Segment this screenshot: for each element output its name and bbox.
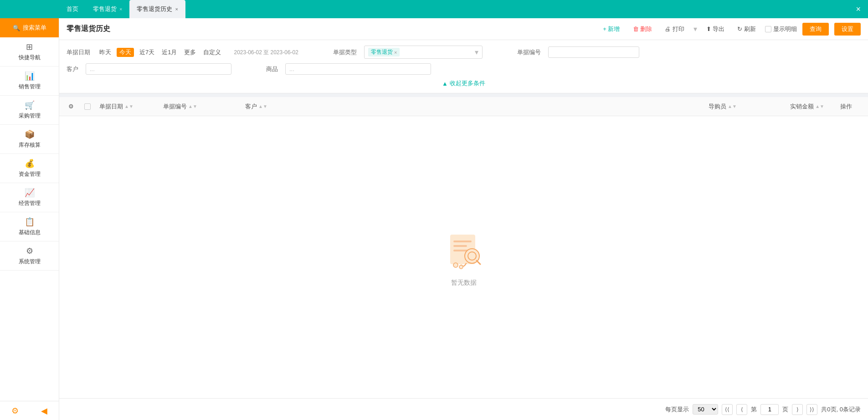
sidebar-item-system[interactable]: ⚙ 系统管理 xyxy=(0,241,59,271)
date-opt-custom[interactable]: 自定义 xyxy=(201,48,223,57)
sidebar: 🔍 搜索菜单 ⊞ 快捷导航 📊 销售管理 🛒 采购管理 📦 库存核算 💰 资金管… xyxy=(0,18,59,420)
delete-button[interactable]: 🗑 删除 xyxy=(629,23,656,35)
svg-rect-2 xyxy=(453,245,467,247)
date-opt-yesterday[interactable]: 昨天 xyxy=(98,48,113,57)
th-date[interactable]: 单据日期 ▲▼ xyxy=(96,102,159,111)
table-area: ⚙ 单据日期 ▲▼ 单据编号 ▲▼ 客户 ▲▼ 导购员 ▲▼ 实销金额 xyxy=(59,97,868,420)
date-opt-today[interactable]: 今天 xyxy=(117,48,134,57)
type-dropdown-arrow: ▾ xyxy=(475,48,478,56)
empty-state: 暂无数据 xyxy=(59,116,868,398)
close-all-tabs[interactable]: × xyxy=(856,5,861,14)
guide-sort-icon: ▲▼ xyxy=(728,105,737,108)
number-sort-icon: ▲▼ xyxy=(188,105,197,108)
collapse-filter-button[interactable]: ▲ 收起更多条件 xyxy=(442,79,485,87)
filter-row-date: 单据日期 昨天 今天 近7天 近1月 更多 自定义 2023-06-02 至 2… xyxy=(67,46,861,59)
page-last-btn[interactable]: ⟩⟩ xyxy=(806,404,817,415)
svg-point-8 xyxy=(459,265,463,269)
customer-ellipsis: ... xyxy=(90,66,95,72)
show-detail-checkbox[interactable] xyxy=(765,26,771,32)
print-dropdown-icon[interactable]: ▾ xyxy=(693,25,697,33)
basic-info-icon: 📋 xyxy=(25,217,35,227)
tab-home[interactable]: 首页 xyxy=(59,0,86,18)
sidebar-item-basic-info[interactable]: 📋 基础信息 xyxy=(0,212,59,241)
tab-retail-return-history[interactable]: 零售退货历史 × xyxy=(129,0,185,18)
settings-button[interactable]: 设置 xyxy=(834,23,861,36)
top-nav: 首页 零售退货 × 零售退货历史 × × xyxy=(0,0,868,18)
collapse-icon: ▲ xyxy=(442,80,448,87)
svg-point-7 xyxy=(453,263,458,267)
sidebar-item-sales[interactable]: 📊 销售管理 xyxy=(0,67,59,96)
goods-filter-select[interactable]: ... xyxy=(285,63,431,75)
th-guide[interactable]: 导购员 ▲▼ xyxy=(705,102,773,111)
page-size-select[interactable]: 50 100 200 xyxy=(693,404,718,415)
main-content: 零售退货历史 + 新增 🗑 删除 🖨 打印 ▾ ⬆ 导出 ↻ 刷新 显示明细 查… xyxy=(59,18,868,420)
date-options: 昨天 今天 近7天 近1月 更多 自定义 xyxy=(98,48,223,57)
export-button[interactable]: ⬆ 导出 xyxy=(703,23,729,35)
inventory-icon: 📦 xyxy=(25,129,35,139)
th-check[interactable] xyxy=(79,103,96,110)
date-sort-icon: ▲▼ xyxy=(124,105,134,108)
date-opt-1month[interactable]: 近1月 xyxy=(160,48,179,57)
page-prev-btn[interactable]: ⟨ xyxy=(736,404,747,415)
system-icon: ⚙ xyxy=(26,246,33,256)
svg-rect-1 xyxy=(453,241,472,242)
query-button[interactable]: 查询 xyxy=(802,23,829,36)
th-settings[interactable]: ⚙ xyxy=(63,103,79,110)
page-first-btn[interactable]: ⟨⟨ xyxy=(722,404,733,415)
th-number[interactable]: 单据编号 ▲▼ xyxy=(159,102,241,111)
filter-row-customer: 客户 ... 商品 ... xyxy=(67,63,861,75)
empty-text: 暂无数据 xyxy=(451,279,477,287)
sidebar-item-operations[interactable]: 📈 经营管理 xyxy=(0,183,59,212)
settings-column-icon[interactable]: ⚙ xyxy=(68,103,74,110)
svg-line-6 xyxy=(477,261,480,264)
quicknav-icon: ⊞ xyxy=(26,42,33,52)
date-opt-7days[interactable]: 近7天 xyxy=(138,48,156,57)
tab-retail-return[interactable]: 零售退货 × xyxy=(86,0,129,18)
page-title: 零售退货历史 xyxy=(67,24,110,34)
date-range-display: 2023-06-02 至 2023-06-02 xyxy=(234,49,298,56)
page-next-btn[interactable]: ⟩ xyxy=(792,404,803,415)
page-input[interactable] xyxy=(760,404,779,415)
type-tag: 零售退货 × xyxy=(368,48,400,56)
settings-bottom-icon[interactable]: ⚙ xyxy=(11,406,19,416)
number-filter-label: 单据编号 xyxy=(517,48,541,56)
header-actions: + 新增 🗑 删除 🖨 打印 ▾ ⬆ 导出 ↻ 刷新 显示明细 查询 设置 xyxy=(599,23,861,36)
purchase-icon: 🛒 xyxy=(25,100,35,110)
finance-icon: 💰 xyxy=(25,159,35,169)
new-button[interactable]: + 新增 xyxy=(599,23,623,35)
date-opt-more[interactable]: 更多 xyxy=(182,48,198,57)
sidebar-item-finance[interactable]: 💰 资金管理 xyxy=(0,154,59,183)
number-filter-input[interactable] xyxy=(548,46,639,58)
sidebar-item-purchase[interactable]: 🛒 采购管理 xyxy=(0,96,59,125)
table-header: ⚙ 单据日期 ▲▼ 单据编号 ▲▼ 客户 ▲▼ 导购员 ▲▼ 实销金额 xyxy=(59,97,868,116)
filter-area: 单据日期 昨天 今天 近7天 近1月 更多 自定义 2023-06-02 至 2… xyxy=(59,40,868,93)
sidebar-bottom: ⚙ ◀ xyxy=(0,401,59,420)
select-all-checkbox[interactable] xyxy=(84,103,91,110)
close-tab-retail-return[interactable]: × xyxy=(119,6,122,12)
type-tag-close[interactable]: × xyxy=(394,50,397,55)
type-filter-select[interactable]: 零售退货 × ▾ xyxy=(364,46,483,59)
pagination: 每页显示 50 100 200 ⟨⟨ ⟨ 第 页 ⟩ ⟩⟩ 共0页, 0条记录 xyxy=(59,398,868,420)
operations-icon: 📈 xyxy=(25,188,35,198)
type-filter-label: 单据类型 xyxy=(333,48,357,56)
page-total-label: 共0页, 0条记录 xyxy=(821,405,861,414)
page-unit-label: 页 xyxy=(782,405,788,414)
sidebar-search[interactable]: 🔍 搜索菜单 xyxy=(0,18,59,37)
show-detail-toggle[interactable]: 显示明细 xyxy=(765,25,797,33)
collapse-sidebar-icon[interactable]: ◀ xyxy=(41,406,47,416)
customer-filter-label: 客户 xyxy=(67,65,78,73)
sidebar-item-quicknav[interactable]: ⊞ 快捷导航 xyxy=(0,37,59,67)
amount-sort-icon: ▲▼ xyxy=(815,105,824,108)
refresh-button[interactable]: ↻ 刷新 xyxy=(734,23,760,35)
page-header: 零售退货历史 + 新增 🗑 删除 🖨 打印 ▾ ⬆ 导出 ↻ 刷新 显示明细 查… xyxy=(59,18,868,40)
close-tab-retail-return-history[interactable]: × xyxy=(175,6,178,12)
th-customer[interactable]: 客户 ▲▼ xyxy=(241,102,705,111)
th-amount[interactable]: 实销金额 ▲▼ xyxy=(773,102,828,111)
customer-sort-icon: ▲▼ xyxy=(258,105,267,108)
print-button[interactable]: 🖨 打印 xyxy=(661,23,688,35)
customer-filter-select[interactable]: ... xyxy=(86,63,231,75)
search-icon: 🔍 xyxy=(13,25,20,31)
sidebar-item-inventory[interactable]: 📦 库存核算 xyxy=(0,125,59,154)
date-filter-label: 单据日期 xyxy=(67,48,90,56)
goods-filter-label: 商品 xyxy=(266,65,278,73)
